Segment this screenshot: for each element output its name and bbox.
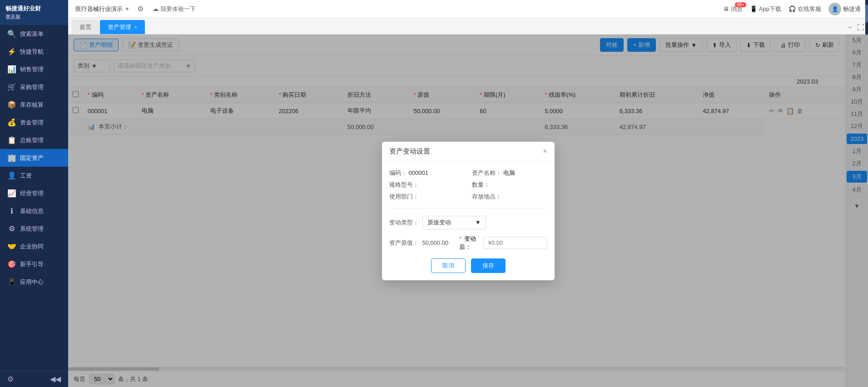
tab-home-label: 首页 xyxy=(79,23,91,31)
asset-name-label: 资产名称： xyxy=(472,169,501,177)
cancel-label: 取消 xyxy=(442,262,454,269)
app-download-icon: 📱 xyxy=(750,5,757,12)
user-profile-btn[interactable]: 👤 畅捷通 xyxy=(828,3,861,15)
customer-service-btn[interactable]: 🎧 在线客服 xyxy=(789,5,821,13)
sidebar-item-label: 资金管理 xyxy=(20,119,44,127)
sidebar-item-label: 工资 xyxy=(20,172,32,180)
after-change-required: * 变动后： xyxy=(459,235,479,251)
after-change-input[interactable] xyxy=(483,237,547,249)
dialog-title: 资产变动设置 xyxy=(389,147,430,156)
sidebar-item-label: 库存核算 xyxy=(20,101,44,109)
sidebar: 畅捷通好业财 普及版 🔍 搜索菜单 ⚡ 快捷导航 📊 销售管理 🛒 采购管理 📦… xyxy=(0,0,68,387)
maximize-icon[interactable]: ⛶ xyxy=(857,24,864,32)
collapse-icon[interactable]: ◀◀ xyxy=(50,375,61,383)
sidebar-bottom: ⚙ ◀◀ xyxy=(0,371,68,387)
sidebar-item-cooperation[interactable]: 🤝 企业协同 xyxy=(0,238,68,255)
location-label: 存放地点： xyxy=(472,193,501,201)
cancel-button[interactable]: 取消 xyxy=(431,258,466,273)
experience-icon: ☁ xyxy=(153,5,159,12)
sidebar-item-label: 新手引导 xyxy=(20,260,44,268)
asset-value-label: 资产原值： xyxy=(389,239,419,247)
minimize-icon[interactable]: － xyxy=(846,23,853,32)
code-value: 000001 xyxy=(409,169,428,176)
topbar: 医疗器械行业演示 ▼ ⚙ ☁ 我要体验一下 🖥 消息 99+ 📱 App下载 🎧… xyxy=(68,0,868,18)
change-type-row: 变动类型： 原值变动 ▼ xyxy=(389,216,547,229)
main-area: 医疗器械行业演示 ▼ ⚙ ☁ 我要体验一下 🖥 消息 99+ 📱 App下载 🎧… xyxy=(68,0,868,387)
code-label: 编码： xyxy=(389,169,407,177)
sidebar-item-system[interactable]: ⚙ 系统管理 xyxy=(0,220,68,238)
sidebar-item-label: 应用中心 xyxy=(20,278,44,286)
operations-icon: 📈 xyxy=(7,189,16,198)
sidebar-item-basic-info[interactable]: ℹ 基础信息 xyxy=(0,202,68,220)
sidebar-item-search[interactable]: 🔍 搜索菜单 xyxy=(0,25,68,43)
company-dropdown-arrow: ▼ xyxy=(124,6,130,12)
customer-service-icon: 🎧 xyxy=(789,5,796,12)
settings-icon[interactable]: ⚙ xyxy=(7,375,14,383)
dialog-dept: 使用部门： xyxy=(389,193,465,201)
logo-title: 畅捷通好业财 xyxy=(5,5,41,13)
sidebar-item-label: 快捷导航 xyxy=(20,48,44,56)
payroll-icon: 👤 xyxy=(7,171,16,180)
customer-service-label: 在线客服 xyxy=(798,5,821,13)
search-icon: 🔍 xyxy=(7,30,16,38)
dept-label: 使用部门： xyxy=(389,193,419,201)
notifications-btn[interactable]: 🖥 消息 99+ xyxy=(723,5,743,13)
sidebar-item-guide[interactable]: 🎯 新手引导 xyxy=(0,255,68,273)
sidebar-item-payroll[interactable]: 👤 工资 xyxy=(0,167,68,184)
tabbar: 首页 资产管理 × － ⛶ xyxy=(68,18,868,35)
sidebar-item-label: 采购管理 xyxy=(20,83,44,91)
company-selector[interactable]: 医疗器械行业演示 ▼ xyxy=(75,5,130,13)
logo-sub: 普及版 xyxy=(5,14,20,20)
settings-gear-icon[interactable]: ⚙ xyxy=(137,5,144,13)
sidebar-item-fixed-assets[interactable]: 🏢 固定资产 xyxy=(0,149,68,167)
asset-value-display: 50,000.00 xyxy=(422,239,449,246)
quick-nav-icon: ⚡ xyxy=(7,47,16,56)
dialog-spec: 规格型号： xyxy=(389,181,465,189)
sidebar-item-label: 企业协同 xyxy=(20,243,44,251)
fixed-assets-icon: 🏢 xyxy=(7,154,16,162)
sidebar-item-label: 基础信息 xyxy=(20,207,44,215)
sidebar-item-quick-nav[interactable]: ⚡ 快捷导航 xyxy=(0,43,68,60)
tab-home[interactable]: 首页 xyxy=(72,20,99,34)
sidebar-item-apps[interactable]: 📱 应用中心 xyxy=(0,273,68,291)
dialog-asset-name: 资产名称： 电脑 xyxy=(472,169,547,177)
system-icon: ⚙ xyxy=(7,224,16,233)
sidebar-item-label: 固定资产 xyxy=(20,154,44,162)
ledger-icon: 📋 xyxy=(7,136,16,144)
asset-change-dialog: 资产变动设置 × 编码： 000001 资产名称： 电脑 xyxy=(382,142,555,280)
change-type-arrow: ▼ xyxy=(475,219,481,226)
dialog-close-button[interactable]: × xyxy=(543,147,547,155)
change-type-label: 变动类型： xyxy=(389,218,419,227)
modal-overlay: 资产变动设置 × 编码： 000001 资产名称： 电脑 xyxy=(68,35,868,387)
sidebar-item-label: 搜索菜单 xyxy=(20,30,44,38)
inventory-icon: 📦 xyxy=(7,100,16,109)
app-download-label: App下载 xyxy=(759,5,781,13)
sidebar-item-label: 销售管理 xyxy=(20,65,44,74)
after-change-label: 变动后： xyxy=(459,235,476,250)
sidebar-item-label: 经营管理 xyxy=(20,189,44,198)
content-area: 📄 资产明细 📝 变更生成凭证 对账 + 新增 批量操作 xyxy=(68,35,868,387)
tab-asset-management[interactable]: 资产管理 × xyxy=(100,20,145,34)
company-name: 医疗器械行业演示 xyxy=(75,5,123,13)
notification-icon: 🖥 xyxy=(723,5,729,12)
dialog-info-grid: 编码： 000001 资产名称： 电脑 规格型号： 数量： xyxy=(389,169,547,208)
quantity-label: 数量： xyxy=(472,181,490,189)
sidebar-item-finance[interactable]: 💰 资金管理 xyxy=(0,114,68,131)
dialog-quantity: 数量： xyxy=(472,181,547,189)
app-download-btn[interactable]: 📱 App下载 xyxy=(750,5,781,13)
dialog-location: 存放地点： xyxy=(472,193,547,201)
guide-icon: 🎯 xyxy=(7,260,16,268)
sidebar-item-ledger[interactable]: 📋 总账管理 xyxy=(0,131,68,149)
asset-value-row: 资产原值： 50,000.00 * 变动后： xyxy=(389,235,547,251)
sidebar-item-label: 总账管理 xyxy=(20,136,44,144)
tab-asset-label: 资产管理 xyxy=(108,23,131,31)
sidebar-item-sales[interactable]: 📊 销售管理 xyxy=(0,60,68,78)
experience-btn[interactable]: ☁ 我要体验一下 xyxy=(153,5,196,13)
save-button[interactable]: 保存 xyxy=(471,258,506,273)
sidebar-item-operations[interactable]: 📈 经营管理 xyxy=(0,184,68,202)
sidebar-item-purchase[interactable]: 🛒 采购管理 xyxy=(0,78,68,96)
tab-close-icon[interactable]: × xyxy=(134,24,137,30)
sidebar-item-inventory[interactable]: 📦 库存核算 xyxy=(0,96,68,114)
change-type-select[interactable]: 原值变动 ▼ xyxy=(422,216,486,229)
user-name-label: 畅捷通 xyxy=(843,5,861,13)
